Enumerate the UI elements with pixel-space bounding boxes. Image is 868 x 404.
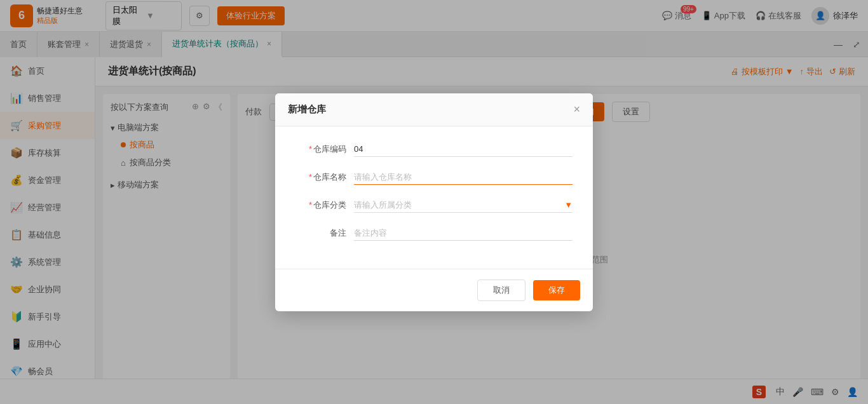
category-select-wrapper: ▼ [354,198,573,213]
cancel-button[interactable]: 取消 [477,279,526,301]
save-button[interactable]: 保存 [533,280,580,300]
remark-label: 备注 [295,227,346,239]
modal-footer: 取消 保存 [275,269,593,311]
modal-title: 新增仓库 [288,104,326,116]
name-label: 仓库名称 [295,172,346,183]
form-row-remark: 备注 [295,226,573,241]
modal-body: 仓库编码 仓库名称 仓库分类 ▼ 备注 [275,126,593,269]
remark-input[interactable] [354,226,573,241]
form-row-category: 仓库分类 ▼ [295,198,573,213]
category-label: 仓库分类 [295,199,346,211]
modal-new-warehouse: 新增仓库 × 仓库编码 仓库名称 仓库分类 ▼ 备注 [275,93,593,311]
code-input[interactable] [354,142,573,157]
name-input[interactable] [354,170,573,185]
modal-header: 新增仓库 × [275,93,593,126]
category-dropdown-icon[interactable]: ▼ [564,200,573,210]
category-input[interactable] [354,200,564,210]
modal-close-icon[interactable]: × [573,104,580,115]
modal-overlay: 新增仓库 × 仓库编码 仓库名称 仓库分类 ▼ 备注 [0,0,868,404]
form-row-code: 仓库编码 [295,142,573,157]
form-row-name: 仓库名称 [295,170,573,185]
code-label: 仓库编码 [295,144,346,155]
